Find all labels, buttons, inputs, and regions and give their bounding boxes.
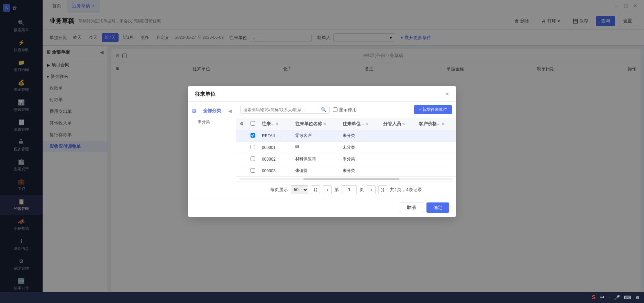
row-code-1: RETAIL_...	[258, 130, 292, 142]
col-setting[interactable]: ⚙	[236, 118, 247, 130]
dialog-body: ⊞ 全部分类 ◀ 未分类 🔍 显示停用	[188, 102, 456, 198]
select-all-table-checkbox[interactable]	[251, 121, 255, 126]
row-setting-2	[236, 142, 247, 153]
per-page-label: 每页显示	[270, 187, 288, 193]
next-page-btn[interactable]: ›	[367, 185, 376, 194]
per-page-select[interactable]: 50 20 100	[291, 185, 308, 194]
row-category-4: 未分类	[339, 165, 380, 177]
row-category-1: 未分类	[339, 130, 380, 142]
row-salesperson-1	[380, 130, 415, 142]
total-label: 共1页，4条记录	[390, 187, 422, 193]
dialog-left-panel: ⊞ 全部分类 ◀ 未分类	[188, 102, 236, 198]
taskbar-keyboard-icon[interactable]: ⌨	[624, 295, 631, 300]
show-disabled-label[interactable]: 显示停用	[333, 107, 357, 113]
table-row[interactable]: 000002 材料供应商 未分类	[236, 153, 456, 165]
row-name-4: 张俯得	[292, 165, 339, 177]
cancel-button[interactable]: 取消	[400, 202, 423, 213]
search-input[interactable]	[243, 107, 319, 112]
modal-overlay[interactable]: 往来单位 × ⊞ 全部分类 ◀ 未分类 🔍	[0, 0, 644, 303]
taskbar-s-icon: S	[592, 294, 596, 301]
collapse-left-icon[interactable]: ◀	[228, 108, 232, 114]
all-category-header[interactable]: ⊞ 全部分类 ◀	[188, 105, 236, 117]
table-row[interactable]: 000003 张俯得 未分类	[236, 165, 456, 177]
search-box: 🔍	[240, 106, 330, 114]
row-code-3: 000002	[258, 153, 292, 165]
col-name: 往来单位名称 ⇅	[292, 118, 339, 130]
col-salesperson: 分管人员 ⇅	[380, 118, 415, 130]
row-price-1	[415, 130, 456, 142]
dialog-header: 往来单位 ×	[188, 86, 456, 102]
table-row[interactable]: 000001 甲 未分类	[236, 142, 456, 153]
search-icon: 🔍	[321, 107, 326, 112]
last-page-btn[interactable]: ⟩⟩	[378, 185, 387, 194]
row-code-4: 000003	[258, 165, 292, 177]
row-salesperson-4	[380, 165, 415, 177]
first-page-btn[interactable]: ⟨⟨	[311, 185, 320, 194]
confirm-button[interactable]: 确定	[426, 202, 449, 213]
table-row[interactable]: RETAIL_... 零散客户 未分类	[236, 130, 456, 142]
sort-icon-name: ⇅	[323, 122, 326, 126]
row-name-3: 材料供应商	[292, 153, 339, 165]
taskbar-zh-icon[interactable]: 中	[600, 294, 604, 301]
sort-icon: ⇅	[276, 122, 278, 126]
dialog-pagination: 每页显示 50 20 100 ⟨⟨ ‹ 第 页 › ⟩⟩ 共1页，4条记录	[236, 182, 456, 198]
page-unit: 页	[359, 187, 364, 193]
add-partner-button[interactable]: + 新增往来单位	[414, 105, 452, 114]
taskbar-mic-icon[interactable]: 🎤	[614, 295, 620, 300]
row-name-1: 零散客户	[292, 130, 339, 142]
row-check-4[interactable]	[251, 168, 255, 173]
grid-icon: ⊞	[192, 108, 196, 114]
table-header-row: ⚙ 往来... ⇅ 往来单位名称 ⇅ 往来单位... ⇅ 分管人员 ⇅ 客户价格…	[236, 118, 456, 130]
dialog-right-panel: 🔍 显示停用 + 新增往来单位 ⚙	[236, 102, 456, 198]
page-number-input[interactable]	[342, 185, 357, 194]
row-check-2[interactable]	[251, 145, 255, 149]
col-check[interactable]	[247, 118, 258, 130]
row-code-2: 000001	[258, 142, 292, 153]
row-salesperson-3	[380, 153, 415, 165]
dialog-title: 往来单位	[195, 91, 215, 97]
sort-icon-price: ⇅	[442, 122, 444, 126]
partner-table: ⚙ 往来... ⇅ 往来单位名称 ⇅ 往来单位... ⇅ 分管人员 ⇅ 客户价格…	[236, 118, 456, 177]
prev-page-btn[interactable]: ‹	[323, 185, 332, 194]
row-price-4	[415, 165, 456, 177]
cat-uncategorized[interactable]: 未分类	[188, 117, 236, 127]
horizontal-scrollbar[interactable]	[240, 178, 453, 180]
row-setting-4	[236, 165, 247, 177]
taskbar: S 中 · 🎤 ⌨ 🖥	[0, 292, 644, 303]
col-code: 往来... ⇅	[258, 118, 292, 130]
all-category-label: 全部分类	[203, 108, 221, 114]
col-category: 往来单位... ⇅	[339, 118, 380, 130]
scrollbar-thumb	[303, 178, 399, 180]
dialog-close-icon[interactable]: ×	[445, 91, 449, 98]
row-check-3[interactable]	[251, 156, 255, 161]
dialog-footer: 取消 确定	[188, 198, 456, 217]
row-check-1[interactable]	[251, 133, 255, 138]
row-name-2: 甲	[292, 142, 339, 153]
row-setting-1	[236, 130, 247, 142]
col-price: 客户价格... ⇅	[415, 118, 456, 130]
row-price-3	[415, 153, 456, 165]
show-disabled-checkbox[interactable]	[333, 107, 337, 112]
sort-icon-sales: ⇅	[402, 122, 405, 126]
page-label: 第	[334, 187, 339, 193]
row-price-2	[415, 142, 456, 153]
partner-dialog: 往来单位 × ⊞ 全部分类 ◀ 未分类 🔍	[188, 86, 456, 217]
taskbar-screen-icon[interactable]: 🖥	[635, 295, 640, 300]
sort-icon-cat: ⇅	[365, 122, 368, 126]
row-category-2: 未分类	[339, 142, 380, 153]
row-category-3: 未分类	[339, 153, 380, 165]
taskbar-dot-icon: ·	[609, 295, 610, 300]
row-salesperson-2	[380, 142, 415, 153]
dialog-toolbar: 🔍 显示停用 + 新增往来单位	[236, 102, 456, 118]
row-setting-3	[236, 153, 247, 165]
